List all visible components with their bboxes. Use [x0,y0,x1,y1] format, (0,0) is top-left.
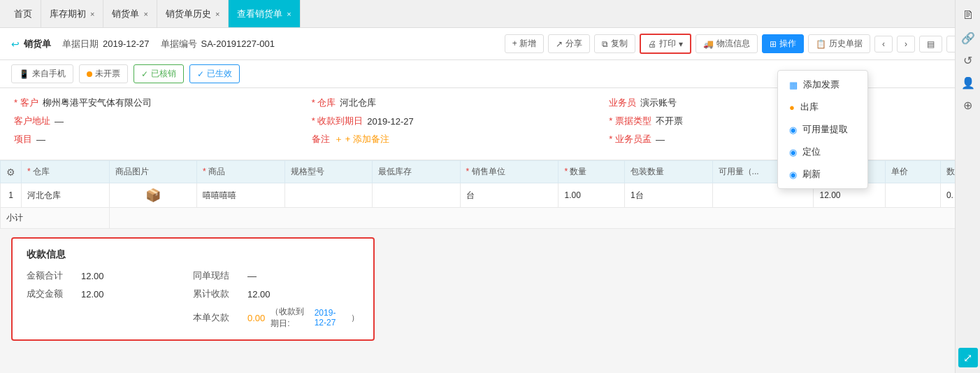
doc-type-icon: ↩ [11,38,20,50]
side-back-icon: ↺ [963,54,972,67]
row-unit: 台 [460,183,559,208]
doc-number-item: 单据编号 SA-20191227-001 [161,38,275,50]
side-doc-icon: 🖹 [963,9,974,22]
tab-sales-history[interactable]: 销货单历史 × [157,0,229,27]
done-effect-button[interactable]: ✓ 已生效 [189,64,240,83]
note-add-button[interactable]: ＋ + 添加备注 [334,133,389,146]
tab-inventory-init[interactable]: 库存期初 × [41,0,103,27]
logistics-button[interactable]: 🚚 物流信息 [696,34,758,53]
side-user-button[interactable]: 👤 [958,73,978,92]
doc-type-label: 销货单 [24,38,51,50]
payment-total-value: 12.00 [81,271,104,281]
subtotal-label: 小计 [1,208,110,229]
side-panel: 🖹 🔗 ↺ 👤 ⊕ ⤢ [955,0,980,373]
side-link-icon: 🔗 [961,31,975,45]
project-value: — [36,134,45,145]
new-button[interactable]: + 新增 [505,34,544,53]
side-expand-icon: ⤢ [963,351,972,365]
tab-home[interactable]: 首页 [6,0,41,27]
row-num: 1 [1,183,22,208]
tab-inventory-close[interactable]: × [90,10,94,18]
print-button[interactable]: 🖨 打印 ▾ [641,35,690,52]
operation-dropdown: ▦ 添加发票 ● 出库 ◉ 可用量提取 ◉ 定位 ◉ 刷新 [777,70,868,189]
payment-same-settle-value: — [247,271,257,281]
dropdown-available[interactable]: ◉ 可用量提取 [778,118,867,141]
row-min-stock [373,183,461,208]
due-date-field: 收款到期日 2019-12-27 [312,115,610,127]
address-label: 客户地址 [14,115,50,127]
main-container: 首页 库存期初 × 销货单 × 销货单历史 × 查看销货单 × × ↩ 销货单 … [0,0,980,373]
dropdown-add-invoice[interactable]: ▦ 添加发票 [778,73,867,96]
dropdown-locate[interactable]: ◉ 定位 [778,141,867,163]
tab-check-sales-label: 查看销货单 [237,8,282,20]
payment-total: 金额合计 12.00 [27,269,193,282]
toolbar: + 新增 ↗ 分享 ⧉ 复制 🖨 打印 ▾ 🚚 物流信息 ⊞ [505,34,969,54]
warehouse-label: 仓库 [312,97,336,109]
col-price: 单价 [885,161,940,183]
side-doc-button[interactable]: 🖹 [958,6,978,25]
salesman-value: 演示账号 [640,97,677,109]
tab-sales-order-label: 销货单 [112,8,139,20]
history-button[interactable]: 📋 历史单据 [808,34,870,53]
customer-value: 柳州粤港平安气体有限公司 [43,97,152,109]
from-phone-button[interactable]: 📱 来自手机 [11,64,73,83]
not-open-button[interactable]: 未开票 [79,64,128,83]
ticket-label: 票据类型 [609,115,651,127]
tab-home-label: 首页 [14,8,32,20]
tab-sales-history-close[interactable]: × [215,10,219,18]
doc-title: ↩ 销货单 [11,38,51,50]
operation-icon: ⊞ [770,39,777,49]
row-product: 嘻嘻嘻嘻 [197,183,285,208]
prev-button[interactable]: ‹ [874,36,893,52]
side-add-button[interactable]: ⊕ [958,95,978,115]
warehouse-value: 河北仓库 [340,97,376,109]
side-link-button[interactable]: 🔗 [958,28,978,48]
grid-single-button[interactable]: ▤ [919,36,942,52]
col-product: * 商品 [197,161,285,183]
side-back-button[interactable]: ↺ [958,50,978,70]
tab-bar: 首页 库存期初 × 销货单 × 销货单历史 × 查看销货单 × × [0,0,980,28]
dropdown-outbound[interactable]: ● 出库 [778,96,867,118]
gear-icon[interactable]: ⚙ [6,167,15,178]
payment-due-date: 2019-12-27 [315,308,345,328]
copy-button[interactable]: ⧉ 复制 [594,34,635,53]
salesman-label: 业务员 [609,97,636,109]
add-invoice-label: 添加发票 [803,78,840,91]
dropdown-refresh[interactable]: ◉ 刷新 [778,163,867,185]
payment-same-settle-label: 同单现结 [193,269,242,282]
print-icon: 🖨 [648,39,656,49]
doc-header: ↩ 销货单 单据日期 2019-12-27 单据编号 SA-20191227-0… [0,28,980,60]
row-warehouse: 河北仓库 [22,183,110,208]
side-expand-button[interactable]: ⤢ [958,348,978,367]
col-min-stock: 最低库存 [373,161,461,183]
col-image: 商品图片 [109,161,197,183]
done-cancel-button[interactable]: ✓ 已核销 [134,64,184,83]
payment-cumulative-label: 累计收款 [193,288,242,300]
tab-sales-order[interactable]: 销货单 × [103,0,157,27]
next-button[interactable]: › [897,36,915,52]
payment-deal: 成交金额 12.00 [27,288,193,300]
done-effect-icon: ✓ [197,69,204,79]
subtotal-row: 小计 [1,208,980,229]
row-qty: 1.00 [559,183,625,208]
operation-button[interactable]: ⊞ 操作 [762,34,804,53]
row-price [885,183,940,208]
tab-sales-order-close[interactable]: × [143,10,147,18]
due-date-value: 2019-12-27 [367,116,414,127]
tab-check-sales-close[interactable]: × [287,10,291,18]
doc-date-label: 单据日期 [62,38,99,50]
share-button[interactable]: ↗ 分享 [548,34,590,53]
tab-check-sales[interactable]: 查看销货单 × [229,0,300,27]
tab-inventory-label: 库存期初 [50,8,86,20]
subtotal-values [109,208,980,229]
payment-deal-label: 成交金额 [27,288,75,300]
address-value: — [55,116,64,127]
business-value: — [656,134,665,145]
available-icon: ◉ [789,125,797,135]
col-spec: 规格型号 [284,161,373,183]
side-user-icon: 👤 [961,76,975,90]
col-warehouse: * 仓库 [22,161,110,183]
payment-cumulative-value: 12.00 [247,289,271,300]
payment-empty [27,306,193,330]
refresh-icon: ◉ [789,169,797,180]
